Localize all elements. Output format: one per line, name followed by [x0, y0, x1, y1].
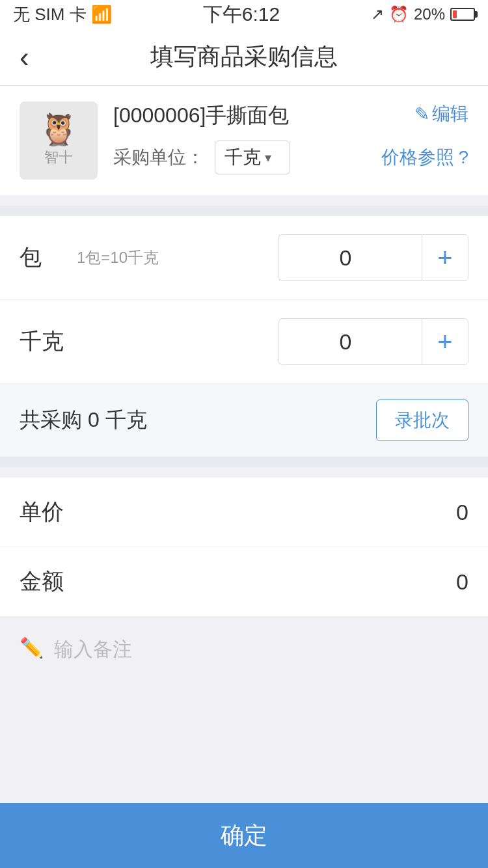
purchase-unit-label: 采购单位： [113, 145, 204, 170]
qty-row-kg: 千克 0 + [0, 300, 488, 384]
qty-input-wrapper-bag: 0 + [278, 234, 468, 281]
qty-label-bag: 包 [20, 243, 72, 273]
nav-bar: ‹ 填写商品采购信息 [0, 29, 488, 86]
product-owl-icon: 🦉 [39, 114, 78, 145]
sim-status: 无 SIM 卡 📶 [13, 3, 112, 26]
unit-price-value: 0 [456, 500, 468, 525]
battery-percent: 20% [414, 5, 445, 23]
edit-label: 编辑 [432, 102, 468, 126]
unit-select-wrapper[interactable]: 千克 ▾ [215, 141, 290, 174]
summary-row: 共采购 0 千克 录批次 [0, 384, 488, 457]
section-divider-1 [0, 206, 488, 216]
status-bar: 无 SIM 卡 📶 下午6:12 ↗ ⏰ 20% [0, 0, 488, 29]
unit-value: 千克 [224, 145, 261, 170]
edit-button[interactable]: ✎ 编辑 [414, 102, 468, 126]
price-reference-button[interactable]: 价格参照 ? [381, 145, 468, 170]
qty-sublabel-bag: 1包=10千克 [77, 247, 278, 268]
qty-input-kg[interactable]: 0 [278, 318, 422, 365]
location-icon: ↗ [371, 5, 384, 23]
pencil-icon: ✏️ [20, 636, 44, 659]
battery-icon [450, 8, 475, 21]
product-name: [0000006]手撕面包 [113, 102, 289, 130]
summary-text: 共采购 0 千克 [20, 406, 376, 435]
section-divider-2 [0, 457, 488, 467]
price-ref-label: 价格参照 [381, 145, 454, 170]
qty-row-bag: 包 1包=10千克 0 + [0, 216, 488, 300]
status-left: 无 SIM 卡 📶 [13, 3, 112, 26]
product-info: [0000006]手撕面包 ✎ 编辑 采购单位： 千克 ▾ 价格参照 ? [113, 102, 468, 174]
alarm-icon: ⏰ [389, 5, 409, 23]
quantity-section: 包 1包=10千克 0 + 千克 0 + 共采购 0 千克 录批次 [0, 216, 488, 457]
question-icon: ? [458, 147, 468, 168]
qty-label-kg: 千克 [20, 327, 72, 357]
amount-row: 金额 0 [0, 547, 488, 617]
qty-plus-button-kg[interactable]: + [422, 318, 468, 365]
price-section: 单价 0 金额 0 [0, 478, 488, 617]
qty-plus-button-bag[interactable]: + [422, 234, 468, 281]
product-image: 🦉 智十 [20, 102, 98, 180]
confirm-button[interactable]: 确定 [0, 803, 488, 868]
product-card: 🦉 智十 [0000006]手撕面包 ✎ 编辑 采购单位： 千克 ▾ 价格参照 … [0, 86, 488, 195]
status-right: ↗ ⏰ 20% [371, 5, 475, 23]
edit-icon: ✎ [414, 103, 429, 125]
chevron-down-icon: ▾ [265, 150, 271, 165]
unit-price-row: 单价 0 [0, 478, 488, 547]
unit-select-button[interactable]: 千克 ▾ [215, 141, 290, 174]
page-title: 填写商品采购信息 [150, 41, 338, 73]
notes-placeholder: 输入备注 [54, 636, 132, 663]
unit-price-label: 单价 [20, 497, 456, 527]
product-header: [0000006]手撕面包 ✎ 编辑 [113, 102, 468, 130]
qty-input-wrapper-kg: 0 + [278, 318, 468, 365]
amount-label: 金额 [20, 567, 456, 597]
qty-input-bag[interactable]: 0 [278, 234, 422, 281]
batch-button[interactable]: 录批次 [376, 400, 468, 441]
status-time: 下午6:12 [203, 1, 280, 28]
product-image-label: 智十 [44, 148, 73, 167]
purchase-unit-row: 采购单位： 千克 ▾ 价格参照 ? [113, 141, 468, 174]
amount-value: 0 [456, 569, 468, 595]
back-button[interactable]: ‹ [20, 43, 29, 72]
summary-amount-val: 0 [88, 408, 100, 431]
summary-unit-val: 千克 [105, 408, 147, 431]
notes-section[interactable]: ✏️ 输入备注 [0, 617, 488, 825]
summary-prefix: 共采购 [20, 408, 82, 431]
